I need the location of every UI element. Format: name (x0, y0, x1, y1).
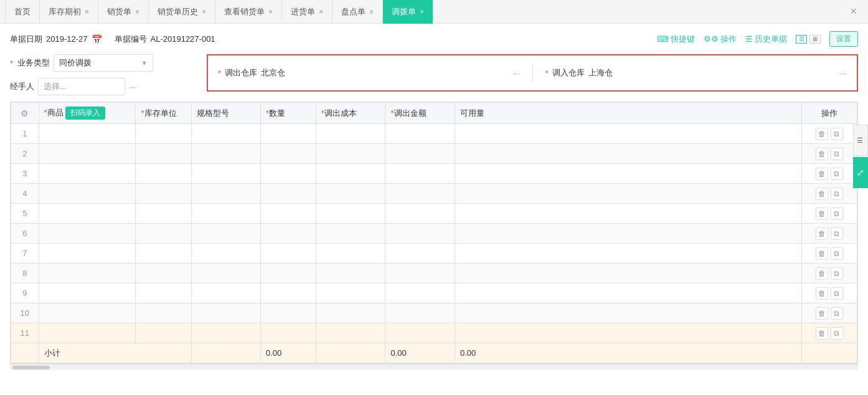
main-area: 单据日期 2019-12-27 📅 单据编号 AL-20191227-001 ⌨… (0, 24, 868, 378)
copy-icon[interactable]: ⧉ (831, 307, 843, 320)
in-warehouse-required: * (545, 69, 549, 78)
copy-icon[interactable]: ⧉ (831, 168, 843, 180)
tab-view-sales[interactable]: 查看销货单 × (215, 0, 282, 24)
copy-icon[interactable]: ⧉ (831, 327, 843, 340)
main-table: ⚙ *商品 扫码录入 *库存单位 规格型号 *数量 *调出成本 *调出金额 可用… (11, 102, 857, 363)
warehouse-section: * 调出仓库 北京仓 ··· * 调入仓库 上海仓 ··· (207, 54, 858, 92)
close-tab-sales-order[interactable]: × (135, 7, 139, 16)
table-row: 11 🗑⧉ (11, 323, 857, 343)
tab-sales-history[interactable]: 销货单历史 × (149, 0, 215, 24)
business-type-field: * 业务类型 同价调拨 ▼ (10, 54, 197, 72)
copy-icon[interactable]: ⧉ (831, 287, 843, 300)
window-close-button[interactable]: × (844, 5, 863, 18)
tab-home[interactable]: 首页 (5, 0, 40, 24)
table-row: 4 🗑⧉ (11, 184, 857, 204)
delete-icon[interactable]: 🗑 (816, 307, 828, 320)
right-side-panel: ☰ ⤢ (853, 125, 868, 188)
header-row: 单据日期 2019-12-27 📅 单据编号 AL-20191227-001 ⌨… (10, 31, 858, 47)
delete-icon[interactable]: 🗑 (816, 227, 828, 240)
subtotal-cost: 0.00 (385, 343, 455, 363)
history-btn[interactable]: ☰ 历史单据 (745, 34, 787, 45)
business-type-select[interactable]: 同价调拨 ▼ (54, 54, 153, 72)
layout-icons: ☰ ⊞ (796, 35, 821, 44)
form-left: * 业务类型 同价调拨 ▼ 经手人 选择... ··· (10, 54, 197, 95)
handler-input[interactable]: 选择... (38, 78, 125, 95)
subtotal-row: 小计 0.00 0.00 0.00 (11, 343, 857, 363)
warehouse-divider (532, 64, 533, 82)
in-warehouse-more-btn[interactable]: ··· (840, 69, 847, 78)
copy-icon[interactable]: ⧉ (831, 148, 843, 160)
copy-icon[interactable]: ⧉ (831, 207, 843, 220)
operation-icon: ⚙⚙ (704, 34, 719, 44)
tab-bar: 首页 库存期初 × 销货单 × 销货单历史 × 查看销货单 × 进货单 × 盘点… (0, 0, 868, 24)
cost-th: *调出成本 (316, 103, 385, 124)
tab-stocktake[interactable]: 盘点单 × (333, 0, 383, 24)
close-tab-purchase[interactable]: × (319, 7, 323, 16)
in-warehouse-value: 上海仓 (588, 67, 837, 79)
handler-field: 经手人 选择... ··· (10, 78, 197, 95)
close-tab-stocktake[interactable]: × (369, 7, 374, 16)
history-icon: ☰ (745, 34, 753, 44)
table-row: 1 🗑 ⧉ (11, 124, 857, 144)
business-type-required: * (10, 59, 13, 68)
table-row: 8 🗑⧉ (11, 264, 857, 283)
delete-icon[interactable]: 🗑 (816, 148, 828, 160)
close-tab-view-sales[interactable]: × (268, 7, 273, 16)
action-th: 操作 (801, 103, 857, 124)
row-actions: 🗑 ⧉ (807, 128, 852, 140)
subtotal-qty: 0.00 (260, 343, 316, 363)
layout-list-icon[interactable]: ☰ (796, 35, 807, 44)
horizontal-scrollbar[interactable] (10, 364, 858, 370)
copy-icon[interactable]: ⧉ (831, 188, 843, 200)
calendar-icon[interactable]: 📅 (92, 34, 102, 44)
order-number-field: 单据编号 AL-20191227-001 (115, 34, 215, 45)
table-row: 2 🗑⧉ (11, 144, 857, 164)
tab-sales-order[interactable]: 销货单 × (98, 0, 149, 24)
handler-more-btn[interactable]: ··· (129, 82, 136, 92)
operation-btn[interactable]: ⚙⚙ 操作 (704, 34, 737, 45)
scroll-thumb[interactable] (12, 366, 50, 369)
scan-button[interactable]: 扫码录入 (65, 107, 105, 120)
table-row: 3 🗑⧉ (11, 164, 857, 184)
side-notes-button[interactable]: ☰ (853, 125, 868, 156)
table-row: 5 🗑⧉ (11, 204, 857, 224)
spec-th: 规格型号 (191, 103, 260, 124)
tab-transfer[interactable]: 调拨单 × (383, 0, 433, 24)
side-expand-button[interactable]: ⤢ (853, 157, 868, 188)
in-warehouse-field: * 调入仓库 上海仓 ··· (545, 67, 847, 79)
table-settings-icon[interactable]: ⚙ (21, 108, 29, 118)
delete-icon[interactable]: 🗑 (816, 327, 828, 340)
qty-th: *数量 (260, 103, 316, 124)
unit-th: *库存单位 (136, 103, 191, 124)
table-row: 9 🗑⧉ (11, 283, 857, 303)
subtotal-label: 小计 (39, 343, 191, 363)
delete-icon[interactable]: 🗑 (816, 247, 828, 260)
delete-icon[interactable]: 🗑 (816, 128, 828, 140)
out-warehouse-field: * 调出仓库 北京仓 ··· (218, 67, 520, 79)
dropdown-arrow-icon: ▼ (141, 59, 148, 67)
tab-inventory-init[interactable]: 库存期初 × (40, 0, 98, 24)
copy-icon[interactable]: ⧉ (831, 267, 843, 280)
delete-icon[interactable]: 🗑 (816, 168, 828, 180)
out-warehouse-more-btn[interactable]: ··· (513, 69, 520, 78)
copy-icon[interactable]: ⧉ (831, 128, 843, 140)
delete-icon[interactable]: 🗑 (816, 188, 828, 200)
copy-icon[interactable]: ⧉ (831, 227, 843, 240)
delete-icon[interactable]: 🗑 (816, 287, 828, 300)
shortcut-icon: ⌨ (657, 34, 669, 44)
copy-icon[interactable]: ⧉ (831, 247, 843, 260)
close-tab-sales-history[interactable]: × (202, 7, 206, 16)
shortcut-btn[interactable]: ⌨ 快捷键 (657, 34, 695, 45)
table-row: 7 🗑⧉ (11, 244, 857, 264)
delete-icon[interactable]: 🗑 (816, 267, 828, 280)
table-header-row: ⚙ *商品 扫码录入 *库存单位 规格型号 *数量 *调出成本 *调出金额 可用… (11, 103, 857, 124)
table-container: ⚙ *商品 扫码录入 *库存单位 规格型号 *数量 *调出成本 *调出金额 可用… (10, 102, 858, 364)
layout-grid-icon[interactable]: ⊞ (809, 35, 821, 44)
gear-th[interactable]: ⚙ (11, 103, 39, 124)
setting-button[interactable]: 设置 (829, 31, 858, 47)
delete-icon[interactable]: 🗑 (816, 207, 828, 220)
tab-purchase[interactable]: 进货单 × (282, 0, 333, 24)
close-tab-inventory-init[interactable]: × (85, 7, 89, 16)
date-value: 2019-12-27 (46, 34, 88, 44)
close-tab-transfer[interactable]: × (420, 7, 424, 16)
